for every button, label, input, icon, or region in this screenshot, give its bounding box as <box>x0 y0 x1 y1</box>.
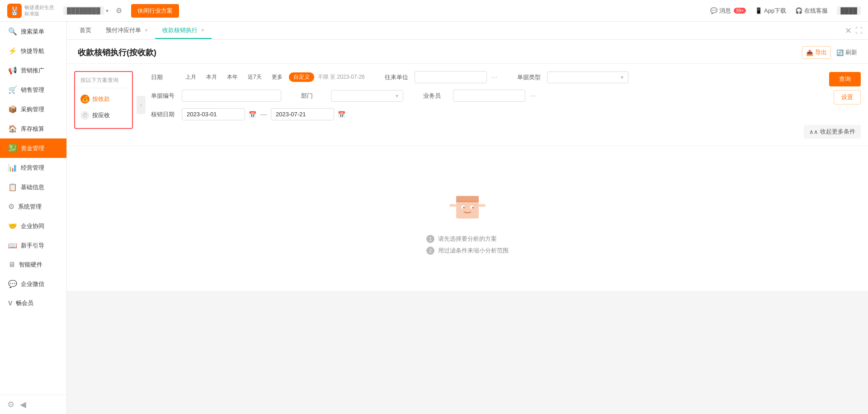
date-buttons-group: 上月 本月 本年 近7天 更多 自定义 <box>182 72 314 82</box>
sidebar-item-guide[interactable]: 📖 新手引导 <box>0 236 66 255</box>
sidebar-item-quicknav[interactable]: ⚡ 快捷导航 <box>0 41 66 61</box>
sidebar-label-wechat: 企业微信 <box>21 280 44 288</box>
username-display: ████ <box>837 6 861 15</box>
refresh-button[interactable]: 🔄 刷新 <box>836 48 857 57</box>
doc-type-field: 单据类型 ▾ <box>517 71 628 83</box>
filter-query-actions: 查询 设置 <box>822 71 861 105</box>
tip-text-1: 请先选择要分析的方案 <box>438 235 497 243</box>
calendar-to-icon[interactable]: 📅 <box>338 111 345 118</box>
solution-button[interactable]: 休闲行业方案 <box>131 4 179 18</box>
doc-type-label: 单据类型 <box>517 73 544 81</box>
tab-home[interactable]: 首页 <box>72 23 99 39</box>
hardware-icon: 🖥 <box>8 261 15 269</box>
wechat-icon: 💬 <box>8 280 17 288</box>
collapse-sidebar-icon[interactable]: ◀ <box>20 400 26 409</box>
salesperson-dots-icon[interactable]: ··· <box>530 92 536 100</box>
sidebar-label-quicknav: 快捷导航 <box>21 47 44 55</box>
counterpart-dots-icon[interactable]: ··· <box>491 73 497 81</box>
date-this-month[interactable]: 本月 <box>203 72 221 82</box>
chevron-down-icon[interactable]: ▾ <box>106 8 108 14</box>
export-icon: 📤 <box>806 49 813 56</box>
counterpart-input[interactable] <box>415 71 487 83</box>
collapse-more-button[interactable]: ∧∧ 收起更多条件 <box>804 125 861 138</box>
verification-date-row: 核销日期 📅 — 📅 <box>151 108 822 120</box>
tab-prepay-close[interactable]: × <box>145 27 148 33</box>
gear-icon[interactable]: ⚙ <box>116 6 122 15</box>
date-custom[interactable]: 自定义 <box>289 72 314 82</box>
refresh-icon: 🔄 <box>836 49 844 56</box>
sidebar-item-inventory[interactable]: 🏠 库存核算 <box>0 119 66 138</box>
tab-collection[interactable]: 收款核销执行 × <box>155 23 212 39</box>
sidebar-item-hardware[interactable]: 🖥 智能硬件 <box>0 255 66 274</box>
sidebar-label-guide: 新手引导 <box>21 242 44 250</box>
sidebar-label-sales: 销售管理 <box>21 86 44 94</box>
collapse-left-arrow[interactable]: › <box>137 96 146 114</box>
tip-num-2: 2 <box>426 247 434 255</box>
chevron-up-icon: ∧∧ <box>809 128 818 135</box>
logo-icon: 🐰 <box>7 4 22 18</box>
dept-chevron-icon: ▾ <box>396 93 398 99</box>
finance-icon: 💹 <box>8 144 17 152</box>
tabbar-expand-icon[interactable]: ⛶ <box>855 27 863 35</box>
calendar-from-icon[interactable]: 📅 <box>249 111 256 118</box>
sidebar-item-wechat[interactable]: 💬 企业微信 <box>0 274 66 294</box>
filter-date-row: 日期 上月 本月 本年 近7天 更多 自定义 <box>151 71 822 83</box>
empty-tip-1: 1 请先选择要分析的方案 <box>426 235 509 243</box>
sidebar-label-member: 畅会员 <box>16 299 33 307</box>
date-last-month[interactable]: 上月 <box>182 72 200 82</box>
receivable-label: 按应收 <box>92 111 110 119</box>
sidebar-label-operations: 经营管理 <box>21 164 44 172</box>
page-title: 收款核销执行(按收款) <box>78 47 156 58</box>
date-7-days[interactable]: 近7天 <box>244 72 265 82</box>
company-name: ████████ <box>63 6 104 15</box>
verification-date-from[interactable] <box>182 108 245 120</box>
sidebar-item-search[interactable]: 🔍 搜索菜单 <box>0 22 66 41</box>
docno-input[interactable] <box>182 90 281 102</box>
logo-text: 畅捷通好生意 标准版 <box>24 5 54 16</box>
tab-collection-close[interactable]: × <box>201 27 204 33</box>
salesperson-input[interactable] <box>453 90 525 102</box>
tab-prepay[interactable]: 预付冲应付单 × <box>99 23 155 39</box>
filter-by-receivable[interactable]: ⏱ 按应收 <box>75 107 132 124</box>
counterpart-label: 往来单位 <box>385 73 412 81</box>
tabbar-close-icon[interactable]: ✕ <box>845 26 852 36</box>
verification-date-label: 核销日期 <box>151 110 178 119</box>
docno-label: 单据编号 <box>151 92 178 100</box>
verification-date-to[interactable] <box>271 108 334 120</box>
sidebar-item-finance[interactable]: 💹 资金管理 <box>0 138 66 158</box>
sidebar-label-marketing: 营销推广 <box>21 67 44 75</box>
query-button[interactable]: 查询 <box>829 72 861 86</box>
sidebar-label-search: 搜索菜单 <box>21 28 44 36</box>
filter-by-collection[interactable]: 💰 按收款 <box>75 91 132 107</box>
export-button[interactable]: 📤 导出 <box>802 46 831 59</box>
content-inner: 收款核销执行(按收款) 📤 导出 🔄 刷新 <box>67 40 868 291</box>
date-more[interactable]: 更多 <box>268 72 286 82</box>
dept-select[interactable]: ▾ <box>331 90 403 102</box>
tabbar: 首页 预付冲应付单 × 收款核销执行 × ✕ ⛶ <box>67 22 868 40</box>
svg-point-5 <box>472 207 474 209</box>
sidebar-item-member[interactable]: V 畅会员 <box>0 294 66 313</box>
docno-field: 单据编号 <box>151 90 281 102</box>
logo: 🐰 畅捷通好生意 标准版 <box>7 4 54 18</box>
sidebar-item-system[interactable]: ⚙ 系统管理 <box>0 197 66 216</box>
sidebar-item-marketing[interactable]: 📢 营销推广 <box>0 61 66 80</box>
date-this-year[interactable]: 本年 <box>223 72 241 82</box>
settings-button[interactable]: 设置 <box>834 90 861 105</box>
settings-bottom-icon[interactable]: ⚙ <box>7 400 14 409</box>
sales-icon: 🛒 <box>8 86 17 94</box>
online-service-button[interactable]: 🎧 在线客服 <box>795 7 828 15</box>
message-icon: 💬 <box>710 7 717 14</box>
app-download-button[interactable]: 📱 App下载 <box>755 7 786 15</box>
sidebar-item-purchase[interactable]: 📦 采购管理 <box>0 100 66 119</box>
receivable-icon: ⏱ <box>80 111 90 120</box>
sidebar-item-sales[interactable]: 🛒 销售管理 <box>0 80 66 100</box>
sidebar-item-basic-info[interactable]: 📋 基础信息 <box>0 177 66 197</box>
tip-num-1: 1 <box>426 235 434 243</box>
messages-button[interactable]: 💬 消息 99+ <box>710 7 746 15</box>
svg-rect-6 <box>449 204 456 207</box>
basic-info-icon: 📋 <box>8 183 17 191</box>
doc-type-select[interactable]: ▾ <box>547 71 628 83</box>
sidebar-item-collab[interactable]: 🤝 企业协同 <box>0 216 66 236</box>
sidebar-item-operations[interactable]: 📊 经营管理 <box>0 158 66 177</box>
company-selector[interactable]: ████████ ▾ <box>63 6 108 15</box>
